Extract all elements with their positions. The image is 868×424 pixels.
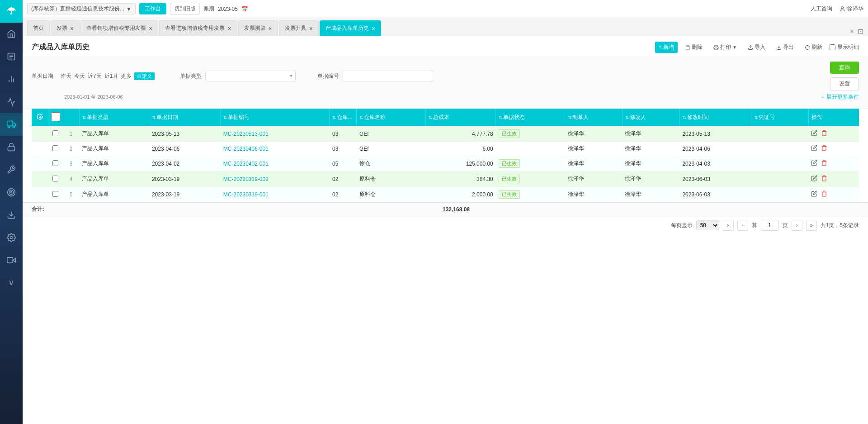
col-type[interactable]: ⇅单据类型 [79,109,149,126]
row-checkbox-cell[interactable] [48,126,63,142]
query-button[interactable]: 查询 [830,62,859,74]
window-maximize-icon[interactable]: ⊡ [858,27,863,36]
window-close-icon[interactable]: × [850,28,854,36]
row-checkbox[interactable] [52,191,58,197]
row-code-link[interactable]: MC-20230319-002 [223,176,269,182]
date-1month[interactable]: 近1月 [104,72,118,80]
support-link[interactable]: 人工咨询 [811,5,832,13]
row-delete-icon[interactable] [821,160,827,167]
tab-home[interactable]: 首页 [27,20,50,36]
tab-product-history[interactable]: 产成品入库单历史 × [320,20,381,36]
sidebar-item-settings[interactable] [0,226,23,249]
expand-filters-button[interactable]: 展开更多条件 [821,93,859,101]
row-code-link[interactable]: MC-20230513-001 [223,131,269,137]
sidebar-item-video[interactable] [0,249,23,272]
tab-invoice-calc[interactable]: 发票测算 × [238,20,278,36]
sidebar-item-analytics[interactable] [0,68,23,91]
import-button[interactable]: 导入 [744,42,769,53]
tab-invoice-calc-close[interactable]: × [269,25,272,32]
date-custom[interactable]: 自定义 [134,72,155,80]
sidebar-item-chart[interactable] [0,91,23,113]
refresh-button[interactable]: 刷新 [801,42,826,53]
col-wh-name[interactable]: ⇅仓库名称 [357,109,426,126]
row-delete-icon[interactable] [821,130,827,138]
date-7days[interactable]: 近7天 [88,72,102,80]
row-edit-icon[interactable] [811,160,819,167]
row-edit-icon[interactable] [811,176,819,183]
row-delete-icon[interactable] [821,145,827,152]
sidebar-item-tools[interactable] [0,158,23,181]
row-checkbox[interactable] [52,160,58,166]
date-more[interactable]: 更多 [121,72,132,80]
row-delete-icon[interactable] [821,176,827,183]
tab-invoice-open[interactable]: 发票开具 × [279,20,319,36]
sidebar-item-lock[interactable] [0,136,23,158]
col-wh-code[interactable]: ⇅仓库... [330,109,357,126]
col-checkbox[interactable] [48,109,63,126]
tab-invoice[interactable]: 发票 × [51,20,80,36]
switch-version-button[interactable]: 切到旧版 [170,3,200,15]
select-all-checkbox[interactable] [51,112,60,121]
col-date[interactable]: ⇅单据日期 [149,109,221,126]
col-voucher[interactable]: ⇅凭证号 [751,109,808,126]
tab-sales-vat-close[interactable]: × [149,25,152,32]
tab-purchase-vat-close[interactable]: × [227,25,231,32]
col-status[interactable]: ⇅单据状态 [496,109,565,126]
prev-page-button[interactable]: ‹ [737,220,748,231]
last-page-button[interactable]: » [806,220,817,231]
page-number-input[interactable] [761,220,779,231]
sidebar-item-target[interactable] [0,181,23,204]
show-detail-input[interactable] [830,44,835,50]
row-checkbox[interactable] [52,130,58,136]
col-total-cost[interactable]: ⇅总成本 [426,109,496,126]
page-label: 算 [752,222,757,229]
row-delete-icon[interactable] [821,191,827,198]
next-page-button[interactable]: › [792,220,802,231]
export-button[interactable]: 导出 [773,42,797,53]
row-code-link[interactable]: MC-20230406-001 [223,146,269,152]
col-modify-time[interactable]: ⇅修改时间 [679,109,751,126]
col-creator[interactable]: ⇅制单人 [565,109,623,126]
tab-sales-vat[interactable]: 查看销项增值税专用发票 × [80,20,158,36]
tab-invoice-close[interactable]: × [70,25,74,32]
tab-product-history-close[interactable]: × [372,25,375,32]
tab-invoice-open-close[interactable]: × [309,25,313,32]
row-edit-icon[interactable] [811,145,819,152]
row-checkbox-cell[interactable] [48,142,63,156]
sidebar-item-docs[interactable] [0,45,23,68]
row-type: 产品入库单 [79,126,149,142]
row-checkbox-cell[interactable] [48,156,63,172]
col-settings[interactable] [32,109,48,126]
sidebar-item-home[interactable] [0,23,23,45]
row-edit-icon[interactable] [811,191,819,198]
company-selector[interactable]: (库存核算）直播轻迅通信息技术股份... ▼ [27,3,136,14]
row-checkbox-cell[interactable] [48,172,63,187]
date-today[interactable]: 今天 [74,72,85,80]
row-edit-icon[interactable] [811,130,819,138]
sidebar-item-stock[interactable] [0,113,23,136]
per-page-select[interactable]: 10 20 50 100 [696,220,719,230]
sidebar-item-v[interactable]: V [0,272,23,294]
type-select[interactable] [205,71,296,81]
user-menu[interactable]: 徐泽华 [839,5,863,13]
print-button[interactable]: 打印 ▼ [710,42,741,53]
row-checkbox[interactable] [52,145,58,151]
col-code[interactable]: ⇅单据编号 [221,109,330,126]
first-page-button[interactable]: « [723,220,734,231]
row-checkbox-cell[interactable] [48,187,63,202]
workspace-button[interactable]: 工作台 [139,3,166,14]
tab-purchase-vat[interactable]: 查看进项增值税专用发票 × [159,20,237,36]
table-footer: 合计: 132,168.08 [23,202,868,216]
col-modifier[interactable]: ⇅修改人 [622,109,679,126]
period-calendar-icon[interactable]: 📅 [241,6,248,12]
date-yesterday[interactable]: 昨天 [61,72,71,80]
show-detail-checkbox[interactable]: 显示明细 [830,43,859,51]
row-code-link[interactable]: MC-20230319-001 [223,191,269,198]
row-checkbox[interactable] [52,176,58,181]
row-code-link[interactable]: MC-20230402-001 [223,161,269,167]
sidebar-item-download[interactable] [0,204,23,226]
filter-setting-button[interactable]: 设置 [830,77,859,91]
delete-button[interactable]: 删除 [681,42,706,53]
code-input[interactable] [343,71,433,81]
new-button[interactable]: + 新增 [655,42,678,53]
